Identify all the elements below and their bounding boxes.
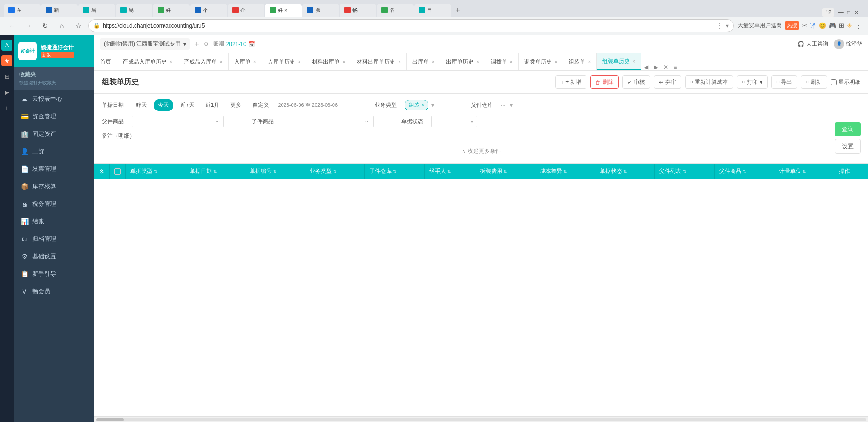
refresh-button[interactable]: ○ 刷新 [801, 75, 827, 89]
table-col-biz-type[interactable]: 业务类型⇅ [305, 164, 364, 179]
nav-tab-kit-order[interactable]: 组装单 × [563, 53, 597, 70]
close-material-out-history[interactable]: × [398, 59, 401, 64]
address-bar-menu[interactable]: ⋮ [716, 22, 723, 29]
browser-tab-6[interactable]: 个 [190, 4, 227, 17]
order-status-dropdown[interactable]: ▾ [431, 116, 477, 127]
sidebar-item-settings[interactable]: ⚙ 基础设置 [14, 248, 94, 265]
back-button[interactable]: ← [6, 19, 18, 32]
child-goods-more[interactable]: ··· [365, 119, 369, 124]
close-stock-in[interactable]: × [253, 59, 256, 64]
sidebar-item-salary[interactable]: 👤 工资 [14, 143, 94, 160]
sidebar-item-checkout[interactable]: 📊 结账 [14, 213, 94, 230]
browser-tab-9[interactable]: 腾 [302, 4, 339, 17]
favorites-subtitle[interactable]: 快捷键打开收藏夹 [19, 80, 89, 86]
parent-goods-input[interactable]: ··· [132, 116, 224, 127]
biz-type-tag-close[interactable]: × [422, 103, 424, 108]
close-material-out[interactable]: × [342, 59, 345, 64]
browser-tab-1[interactable]: 在 [4, 4, 41, 17]
abandon-button[interactable]: ↩ 弃审 [654, 75, 681, 89]
reload-button[interactable]: ↻ [39, 19, 52, 32]
nav-tab-right-arrow[interactable]: ▶ [651, 64, 661, 70]
home-button[interactable]: ⌂ [55, 19, 68, 32]
address-bar[interactable]: 🔒 https://cloud.chanjet.com/accounting/u… [88, 19, 734, 32]
browser-tab-7[interactable]: 企 [228, 4, 264, 17]
table-col-order-date[interactable]: 单据日期⇅ [185, 164, 245, 179]
table-col-unit[interactable]: 计量单位⇅ [774, 164, 834, 179]
date-btn-custom[interactable]: 自定义 [248, 99, 273, 111]
scrollbar-track[interactable] [96, 418, 866, 421]
close-out-history[interactable]: × [476, 59, 479, 64]
parent-warehouse-dropdown[interactable]: ▾ [510, 102, 513, 109]
date-btn-1month[interactable]: 近1月 [201, 99, 224, 111]
browser-tab-3[interactable]: 易 [78, 4, 115, 17]
quick-icon-3[interactable]: ⊞ [1, 71, 12, 82]
add-button[interactable]: + + 新增 [555, 75, 586, 89]
nav-tab-home[interactable]: 首页 [94, 53, 117, 70]
user-menu[interactable]: 👤 徐泽华 [834, 39, 862, 49]
quick-icon-4[interactable]: ▶ [1, 87, 12, 98]
query-button[interactable]: 查询 [835, 122, 861, 136]
sidebar-item-invoice[interactable]: 📄 发票管理 [14, 160, 94, 178]
browser-tab-5[interactable]: 好 [153, 4, 190, 17]
nav-tab-product-in[interactable]: 产成品入库单 × [178, 53, 229, 70]
date-btn-today[interactable]: 今天 [154, 99, 173, 111]
quick-icon-2[interactable]: ★ [1, 55, 12, 66]
table-col-order-status[interactable]: 单据状态⇅ [595, 164, 655, 179]
table-col-checkbox[interactable] [109, 164, 125, 179]
nav-tab-out-history[interactable]: 出库单历史 × [440, 53, 485, 70]
horizontal-scrollbar[interactable] [94, 416, 868, 422]
date-btn-7days[interactable]: 近7天 [176, 99, 199, 111]
table-col-settings[interactable]: ⚙ [94, 164, 109, 179]
close-kit-order[interactable]: × [588, 59, 591, 64]
browser-tab-2[interactable]: 新 [41, 4, 78, 17]
sidebar-item-fixed-assets[interactable]: 🏢 固定资产 [14, 125, 94, 143]
browser-tab-4[interactable]: 易 [116, 4, 152, 17]
account-selector[interactable]: (勿删勿禁用) 江西服宝测试专用 ▾ [100, 38, 190, 50]
nav-tab-product-in-history[interactable]: 产成品入库单历史 × [117, 53, 178, 70]
sidebar-item-inventory[interactable]: 📦 库存核算 [14, 178, 94, 195]
table-col-child-warehouse[interactable]: 子件仓库⇅ [364, 164, 424, 179]
quick-icon-1[interactable]: A [1, 40, 12, 51]
forward-button[interactable]: → [22, 19, 35, 32]
new-tab-button[interactable]: + [452, 4, 464, 17]
nav-tab-transfer-history[interactable]: 调拨单历史 × [519, 53, 563, 70]
service-button[interactable]: 🎧 人工咨询 [798, 40, 828, 48]
sidebar-item-guide[interactable]: 📋 新手引导 [14, 265, 94, 283]
export-button[interactable]: ○ 导出 [771, 75, 798, 89]
table-col-cost-diff[interactable]: 成本差异⇅ [535, 164, 595, 179]
print-button[interactable]: ○ 打印 ▾ [737, 75, 768, 89]
table-col-order-no[interactable]: 单据编号⇅ [245, 164, 305, 179]
select-all-checkbox[interactable] [114, 168, 121, 175]
maximize-btn[interactable]: □ [847, 9, 850, 16]
browser-tab-10[interactable]: 畅 [340, 4, 376, 17]
browser-tab-12[interactable]: 目 [414, 4, 451, 17]
add-org-button[interactable]: + [194, 40, 199, 48]
collapse-button[interactable]: ∧ 收起更多条件 [102, 145, 861, 158]
parent-goods-field[interactable] [136, 118, 214, 125]
table-col-parent-goods[interactable]: 父件商品⇅ [715, 164, 774, 179]
parent-goods-more[interactable]: ··· [216, 119, 220, 124]
nav-tab-transfer[interactable]: 调拨单 × [485, 53, 519, 70]
table-col-handler[interactable]: 经手人⇅ [424, 164, 475, 179]
nav-tab-material-out[interactable]: 材料出库单 × [306, 53, 351, 70]
close-transfer-history[interactable]: × [555, 59, 557, 64]
delete-button[interactable]: 🗑 删除 [590, 75, 619, 89]
table-col-order-type[interactable]: 单据类型⇅ [125, 164, 185, 179]
nav-tab-stock-in[interactable]: 入库单 × [229, 53, 262, 70]
bookmark-button[interactable]: ☆ [72, 19, 85, 32]
biz-type-dropdown[interactable]: ▾ [431, 102, 434, 109]
close-transfer[interactable]: × [510, 59, 513, 64]
nav-tab-stock-in-history[interactable]: 入库单历史 × [262, 53, 307, 70]
org-settings-icon[interactable]: ⚙ [204, 41, 209, 47]
browser-tab-11[interactable]: 各 [377, 4, 414, 17]
date-btn-more[interactable]: 更多 [226, 99, 246, 111]
child-goods-input[interactable]: ··· [282, 116, 374, 127]
nav-tab-out-order[interactable]: 出库单 × [407, 53, 440, 70]
scrollbar-thumb[interactable] [96, 418, 124, 421]
child-goods-field[interactable] [286, 118, 364, 125]
more-btn[interactable]: ⋮ [855, 21, 862, 30]
nav-tab-left-arrow[interactable]: ◀ [641, 64, 651, 70]
recalculate-button[interactable]: ○ 重新计算成本 [685, 75, 733, 89]
settings-button-right[interactable]: 设置 [835, 139, 861, 154]
sidebar-item-cloud-report[interactable]: ☁ 云报表中心 [14, 90, 94, 108]
